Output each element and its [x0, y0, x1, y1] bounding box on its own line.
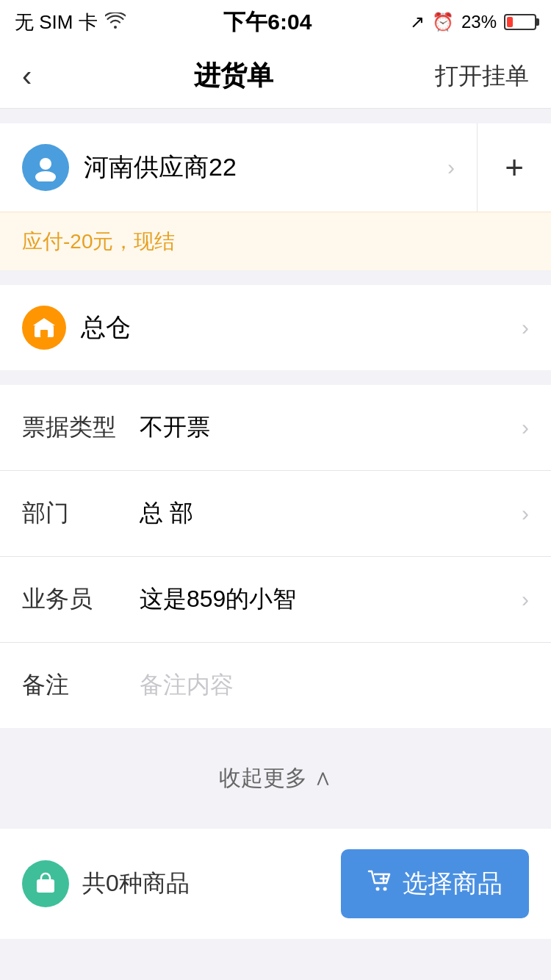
invoice-type-chevron-icon: › — [522, 415, 529, 440]
goods-count-text: 共0种商品 — [82, 868, 190, 900]
carrier-label: 无 SIM 卡 — [15, 10, 98, 35]
notice-banner: 应付-20元，现结 — [0, 212, 551, 270]
status-left: 无 SIM 卡 — [15, 10, 126, 35]
supplier-select-row[interactable]: 河南供应商22 › — [0, 123, 478, 212]
department-row[interactable]: 部门 总 部 › — [0, 471, 551, 557]
svg-point-1 — [35, 171, 56, 181]
svg-point-6 — [376, 887, 380, 891]
svg-rect-4 — [40, 330, 48, 337]
location-icon: ↗ — [410, 12, 425, 32]
salesperson-value: 这是859的小智 — [118, 583, 514, 616]
select-goods-button[interactable]: 选择商品 — [341, 849, 529, 918]
warehouse-label: 总仓 — [81, 311, 514, 345]
battery-pct: 23% — [461, 12, 497, 32]
wifi-icon — [105, 11, 126, 34]
svg-marker-3 — [33, 318, 55, 325]
collapse-row[interactable]: 收起更多 ∧ — [0, 743, 551, 814]
supplier-chevron-icon: › — [447, 155, 455, 180]
page-background — [0, 939, 551, 980]
department-chevron-icon: › — [522, 501, 529, 526]
add-supplier-button[interactable]: + — [478, 149, 551, 186]
warehouse-icon — [22, 306, 66, 350]
collapse-label: 收起更多 ∧ — [219, 765, 331, 790]
supplier-avatar — [22, 144, 69, 191]
form-section: 票据类型 不开票 › 部门 总 部 › 业务员 这是859的小智 › 备注 备注… — [0, 385, 551, 728]
invoice-type-label: 票据类型 — [22, 411, 118, 444]
goods-bag-icon — [22, 860, 69, 907]
section-gap-1 — [0, 109, 551, 123]
salesperson-row[interactable]: 业务员 这是859的小智 › — [0, 557, 551, 643]
notice-text: 应付-20元，现结 — [22, 230, 175, 253]
cart-icon — [367, 870, 392, 898]
select-goods-label: 选择商品 — [403, 867, 503, 901]
status-bar: 无 SIM 卡 下午6:04 ↗ ⏰ 23% — [0, 0, 551, 44]
status-right: ↗ ⏰ 23% — [410, 12, 536, 32]
page-title: 进货单 — [194, 58, 273, 94]
salesperson-label: 业务员 — [22, 583, 118, 616]
invoice-type-value: 不开票 — [118, 411, 514, 444]
supplier-name: 河南供应商22 — [84, 151, 440, 184]
department-label: 部门 — [22, 497, 118, 530]
svg-point-7 — [383, 887, 387, 891]
remarks-label: 备注 — [22, 669, 118, 702]
battery-icon — [504, 14, 536, 30]
back-button[interactable]: ‹ — [22, 60, 32, 93]
bottom-bar: 共0种商品 选择商品 — [0, 829, 551, 939]
department-value: 总 部 — [118, 497, 514, 530]
nav-bar: ‹ 进货单 打开挂单 — [0, 44, 551, 109]
salesperson-chevron-icon: › — [522, 587, 529, 612]
status-time: 下午6:04 — [223, 7, 311, 37]
svg-point-0 — [40, 158, 51, 170]
invoice-type-row[interactable]: 票据类型 不开票 › — [0, 385, 551, 471]
goods-count-area: 共0种商品 — [22, 860, 190, 907]
remarks-input[interactable]: 备注内容 — [118, 669, 529, 702]
warehouse-chevron-icon: › — [522, 315, 529, 340]
warehouse-row[interactable]: 总仓 › — [0, 285, 551, 370]
svg-rect-5 — [37, 879, 54, 893]
open-pending-button[interactable]: 打开挂单 — [435, 60, 529, 93]
alarm-icon: ⏰ — [432, 12, 454, 32]
supplier-section: 河南供应商22 › + — [0, 123, 551, 212]
remarks-row[interactable]: 备注 备注内容 — [0, 643, 551, 728]
